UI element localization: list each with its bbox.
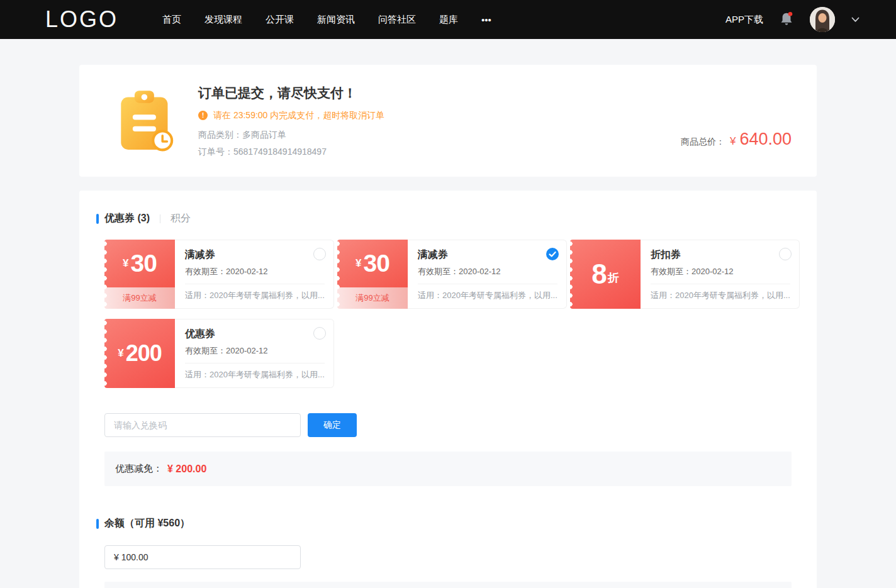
balance-section-header: 余额（可用 ¥560） [96, 517, 792, 530]
coupon-radio-unchecked[interactable] [313, 248, 326, 260]
coupon-title: 优惠券 [185, 328, 325, 341]
coupon-condition-badge: 满99立减 [104, 287, 175, 309]
nav-item-home[interactable]: 首页 [162, 14, 181, 26]
logo[interactable]: LOGO [45, 6, 118, 33]
partially-visible-summary-row [104, 582, 792, 588]
order-submitted-banner: 订单已提交，请尽快支付！ ! 请在 23:59:00 内完成支付，超时将取消订单… [79, 65, 817, 177]
coupon-details: 折扣券 有效期至：2020-02-12 适用：2020年考研专属福利券，以用..… [641, 240, 800, 309]
order-no-label: 订单号： [198, 147, 233, 157]
tab-coupons[interactable]: 优惠券 (3) [104, 212, 150, 225]
warning-icon: ! [198, 111, 208, 120]
order-total-price: 商品总价： ¥ 640.00 [681, 130, 792, 149]
coupon-expiry: 有效期至：2020-02-12 [185, 266, 325, 284]
coupon-expiry: 有效期至：2020-02-12 [185, 345, 325, 363]
redeem-code-row: 确定 [104, 413, 792, 437]
coupon-card-80-percent-discount[interactable]: 8折 折扣券 有效期至：2020-02-12 适用：2020年考研专属福利券，以… [570, 240, 793, 309]
nav-links: 首页 发现课程 公开课 新闻资讯 问答社区 题库 ••• [162, 14, 491, 26]
nav-item-open-courses[interactable]: 公开课 [266, 14, 294, 26]
coupon-scope: 适用：2020年考研专属福利券，以用... [185, 363, 325, 380]
coupon-amount: 30 [364, 250, 389, 277]
coupon-amount: 200 [126, 340, 162, 367]
coupon-expiry: 有效期至：2020-02-12 [418, 266, 557, 284]
nav-item-more-ellipsis[interactable]: ••• [481, 14, 491, 25]
coupon-stub: ¥30 满99立减 [337, 240, 408, 309]
order-category-row: 商品类别：多商品订单 [198, 130, 384, 141]
payment-options-card: 优惠券 (3) 积分 ¥30 满99立减 满减券 有效期至：2020-02-12… [79, 191, 817, 588]
category-value: 多商品订单 [242, 130, 286, 140]
coupon-scope: 适用：2020年考研专属福利券，以用... [418, 284, 557, 301]
coupon-currency: ¥ [356, 257, 361, 270]
balance-title: 余额（可用 ¥560） [104, 517, 190, 530]
total-currency-symbol: ¥ [730, 135, 736, 148]
balance-amount-input[interactable] [104, 545, 301, 569]
section-accent-bar [96, 214, 99, 224]
coupon-radio-unchecked[interactable] [313, 327, 326, 340]
coupon-details: 优惠券 有效期至：2020-02-12 适用：2020年考研专属福利券，以用..… [175, 319, 334, 388]
nav-item-news[interactable]: 新闻资讯 [317, 14, 355, 26]
coupon-title: 满减券 [185, 248, 325, 262]
coupon-card-30-full-reduction-selected[interactable]: ¥30 满99立减 满减券 有效期至：2020-02-12 适用：2020年考研… [337, 240, 560, 309]
coupon-stub: 8折 [570, 240, 641, 309]
nav-right-cluster: APP下载 [725, 7, 860, 32]
coupon-card-30-full-reduction[interactable]: ¥30 满99立减 满减券 有效期至：2020-02-12 适用：2020年考研… [104, 240, 327, 309]
total-price-label: 商品总价： [681, 136, 725, 148]
coupon-amount: 8 [591, 258, 606, 290]
coupon-section-header: 优惠券 (3) 积分 [96, 212, 792, 225]
clipboard-clock-icon [117, 87, 177, 155]
coupon-details: 满减券 有效期至：2020-02-12 适用：2020年考研专属福利券，以用..… [408, 240, 567, 309]
nav-item-question-bank[interactable]: 题库 [439, 14, 458, 26]
order-no-value: 5681749184914918497 [233, 147, 327, 157]
coupon-currency: ¥ [118, 347, 123, 360]
deadline-notice-text: 请在 23:59:00 内完成支付，超时将取消订单 [213, 110, 384, 121]
coupon-radio-checked-icon[interactable] [546, 248, 559, 260]
tab-divider [160, 214, 160, 223]
discount-summary-row: 优惠减免： ¥ 200.00 [104, 452, 792, 486]
coupon-radio-unchecked[interactable] [779, 248, 792, 260]
coupon-scope: 适用：2020年考研专属福利券，以用... [651, 284, 790, 301]
coupon-card-200-voucher[interactable]: ¥200 优惠券 有效期至：2020-02-12 适用：2020年考研专属福利券… [104, 319, 327, 388]
discount-value: ¥ 200.00 [167, 463, 206, 475]
section-accent-bar [96, 519, 99, 529]
user-avatar[interactable] [810, 7, 835, 32]
top-navigation-bar: LOGO 首页 发现课程 公开课 新闻资讯 问答社区 题库 ••• APP下载 [0, 0, 896, 39]
app-download-link[interactable]: APP下载 [725, 14, 763, 26]
chevron-down-icon[interactable] [851, 17, 860, 23]
coupon-unit: 折 [608, 270, 619, 286]
coupon-stub: ¥200 [104, 319, 175, 388]
coupon-expiry: 有效期至：2020-02-12 [651, 266, 790, 284]
tab-points[interactable]: 积分 [171, 212, 191, 225]
notification-bell-icon[interactable] [780, 13, 793, 26]
order-submitted-title: 订单已提交，请尽快支付！ [198, 84, 384, 102]
order-number-row: 订单号：5681749184914918497 [198, 147, 384, 158]
coupon-details: 满减券 有效期至：2020-02-12 适用：2020年考研专属福利券，以用..… [175, 240, 334, 309]
payment-deadline-warning: ! 请在 23:59:00 内完成支付，超时将取消订单 [198, 110, 384, 121]
order-banner-text: 订单已提交，请尽快支付！ ! 请在 23:59:00 内完成支付，超时将取消订单… [198, 84, 384, 158]
coupon-stub: ¥30 满99立减 [104, 240, 175, 309]
coupon-grid: ¥30 满99立减 满减券 有效期至：2020-02-12 适用：2020年考研… [104, 240, 792, 388]
coupon-currency: ¥ [123, 257, 128, 270]
discount-label: 优惠减免： [115, 463, 162, 475]
confirm-button[interactable]: 确定 [308, 413, 357, 437]
coupon-title: 折扣券 [651, 248, 790, 262]
category-label: 商品类别： [198, 130, 242, 140]
nav-item-discover-courses[interactable]: 发现课程 [204, 14, 242, 26]
coupon-title: 满减券 [418, 248, 557, 262]
total-amount: 640.00 [739, 130, 792, 149]
coupon-amount: 30 [131, 250, 157, 277]
nav-item-qa-community[interactable]: 问答社区 [378, 14, 416, 26]
coupon-scope: 适用：2020年考研专属福利券，以用... [185, 284, 325, 301]
redeem-code-input[interactable] [104, 413, 301, 437]
coupon-condition-badge: 满99立减 [337, 287, 408, 309]
